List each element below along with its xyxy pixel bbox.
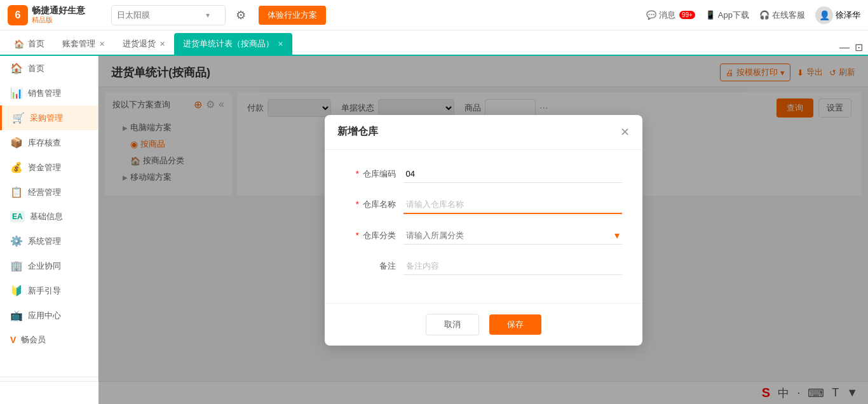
sidebar-item-vip[interactable]: V 畅会员 — [0, 328, 98, 352]
headset-icon: 🎧 — [759, 10, 770, 20]
mobile-icon: 📱 — [705, 10, 715, 20]
finance-icon: 💰 — [10, 161, 23, 173]
sidebar-item-operation[interactable]: 📋 经营管理 — [0, 180, 98, 205]
main-layout: 🏠 首页 📊 销售管理 🛒 采购管理 📦 库存核查 💰 资金管理 📋 经营管理 … — [0, 56, 868, 404]
code-input[interactable] — [403, 165, 622, 183]
tab-maximize-icon[interactable]: ⊡ — [855, 41, 863, 53]
inventory-icon: 📦 — [10, 137, 23, 149]
app-download-item[interactable]: 📱 App下载 — [705, 10, 749, 21]
modal-new-warehouse: 新增仓库 ✕ * 仓库编码 * — [325, 115, 642, 346]
modal-footer: 取消 保存 — [325, 303, 642, 346]
modal-header: 新增仓库 ✕ — [325, 115, 642, 150]
tab-close-purchase-stats[interactable]: ✕ — [278, 40, 283, 48]
tab-purchase-stats[interactable]: 进货单统计表（按商品） ✕ — [174, 33, 292, 55]
sidebar-item-finance[interactable]: 💰 资金管理 — [0, 155, 98, 180]
username-label: 徐泽华 — [836, 10, 860, 21]
sidebar-item-basic[interactable]: EA 基础信息 — [0, 205, 98, 229]
vip-icon: V — [10, 335, 16, 345]
tab-account[interactable]: 账套管理 ✕ — [53, 33, 114, 55]
top-header: 6 畅捷通好生意 精品版 ▾ ⚙ 体验行业方案 💬 消息 99+ 📱 App下载… — [0, 0, 868, 30]
sidebar: 🏠 首页 📊 销售管理 🛒 采购管理 📦 库存核查 💰 资金管理 📋 经营管理 … — [0, 56, 98, 404]
sidebar-item-inventory[interactable]: 📦 库存核查 — [0, 130, 98, 155]
modal-body: * 仓库编码 * 仓库名称 — [325, 150, 642, 303]
sidebar-item-guide[interactable]: 🔰 新手引导 — [0, 278, 98, 303]
messages-item[interactable]: 💬 消息 99+ — [646, 10, 695, 21]
logo-icon: 6 — [8, 5, 28, 25]
sidebar-item-purchase[interactable]: 🛒 采购管理 — [0, 105, 98, 130]
code-label: * 仓库编码 — [345, 168, 396, 180]
sidebar-item-sales[interactable]: 📊 销售管理 — [0, 81, 98, 105]
logo-sub: 精品版 — [32, 15, 85, 25]
settings-gear-icon[interactable]: ⚙ — [231, 5, 251, 25]
tab-minimize-icon[interactable]: — — [839, 42, 850, 53]
save-button[interactable]: 保存 — [489, 314, 541, 335]
logo-text: 畅捷通好生意 — [32, 5, 85, 16]
enterprise-icon: 🏢 — [10, 260, 23, 272]
sidebar-item-app-center[interactable]: 📺 应用中心 — [0, 303, 98, 328]
header-right: 💬 消息 99+ 📱 App下载 🎧 在线客服 👤 徐泽华 — [646, 6, 860, 24]
purchase-icon: 🛒 — [12, 112, 25, 124]
app-center-icon: 📺 — [10, 309, 23, 321]
logo-area: 6 畅捷通好生意 精品版 — [8, 5, 106, 25]
cancel-button[interactable]: 取消 — [426, 314, 479, 335]
category-label: * 仓库分类 — [345, 230, 396, 241]
tab-close-account[interactable]: ✕ — [99, 40, 105, 48]
form-row-code: * 仓库编码 — [345, 165, 622, 183]
online-service-item[interactable]: 🎧 在线客服 — [759, 10, 805, 21]
basic-icon: EA — [10, 211, 25, 222]
remark-label: 备注 — [345, 260, 396, 272]
sidebar-item-enterprise[interactable]: 🏢 企业协同 — [0, 253, 98, 278]
search-bar[interactable]: ▾ — [111, 5, 226, 25]
name-input[interactable] — [403, 196, 622, 214]
trial-button[interactable]: 体验行业方案 — [259, 6, 326, 25]
operation-icon: 📋 — [10, 186, 23, 198]
message-icon: 💬 — [646, 10, 656, 20]
sales-icon: 📊 — [10, 87, 23, 99]
sidebar-item-home[interactable]: 🏠 首页 — [0, 56, 98, 81]
tab-bar-right: — ⊡ — [839, 41, 868, 55]
chevron-down-icon: ▾ — [206, 11, 210, 20]
sidebar-item-system[interactable]: ⚙️ 系统管理 — [0, 229, 98, 253]
guide-icon: 🔰 — [10, 285, 23, 297]
form-row-name: * 仓库名称 — [345, 196, 622, 214]
tab-close-purchase-return[interactable]: ✕ — [159, 40, 165, 48]
system-icon: ⚙️ — [10, 235, 23, 247]
category-select-wrapper: ▾ — [403, 227, 622, 245]
category-input[interactable] — [403, 227, 622, 244]
tab-home[interactable]: 🏠 首页 — [5, 33, 53, 55]
user-avatar-area[interactable]: 👤 徐泽华 — [815, 6, 860, 24]
form-row-category: * 仓库分类 ▾ — [345, 227, 622, 245]
home-icon: 🏠 — [10, 62, 23, 74]
tab-bar: 🏠 首页 账套管理 ✕ 进货退货 ✕ 进货单统计表（按商品） ✕ — ⊡ — [0, 30, 868, 56]
modal-overlay: 新增仓库 ✕ * 仓库编码 * — [98, 56, 868, 404]
content-area: 进货单统计(按商品) 🖨 按模板打印 ▾ ⬇ 导出 ↺ 刷新 — [98, 56, 868, 404]
modal-title: 新增仓库 — [337, 125, 378, 138]
name-label: * 仓库名称 — [345, 199, 396, 210]
modal-close-button[interactable]: ✕ — [620, 125, 630, 139]
messages-badge: 99+ — [679, 11, 695, 19]
form-row-remark: 备注 — [345, 257, 622, 275]
search-input[interactable] — [117, 10, 206, 20]
tab-purchase-return[interactable]: 进货退货 ✕ — [114, 33, 174, 55]
category-dropdown-icon[interactable]: ▾ — [614, 229, 620, 241]
remark-input[interactable] — [403, 257, 622, 275]
avatar: 👤 — [815, 6, 833, 24]
